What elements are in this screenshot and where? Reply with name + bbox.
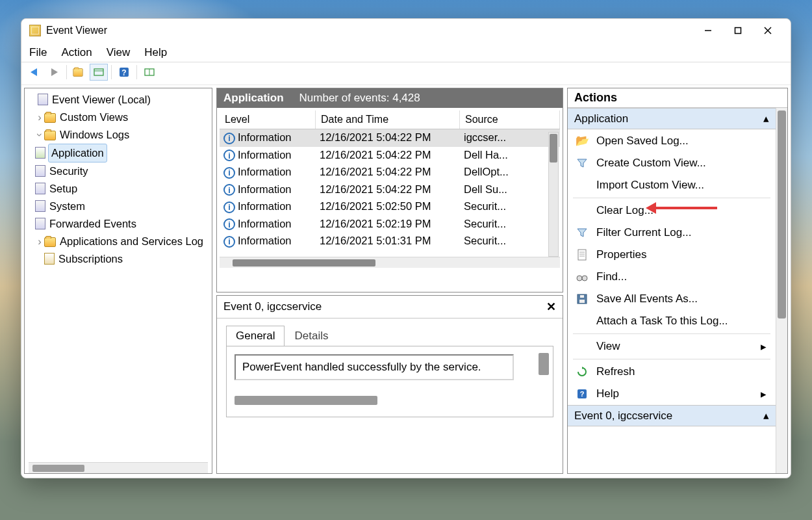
action-label: View — [596, 340, 620, 353]
folder-icon — [44, 131, 56, 140]
action-create-custom-view[interactable]: Create Custom View... — [568, 152, 776, 174]
events-list-panel: Application Number of events: 4,428 Leve… — [216, 88, 563, 292]
info-icon: i — [223, 133, 235, 144]
action-find[interactable]: Find... — [568, 266, 776, 288]
actions-section-event[interactable]: Event 0, igccservice ▴ — [568, 405, 776, 426]
action-view-submenu[interactable]: View▸ — [568, 335, 776, 358]
cell-level: iInformation — [220, 216, 316, 233]
tree-custom-views[interactable]: Custom Views — [58, 109, 129, 126]
close-detail-button[interactable]: ✕ — [546, 300, 556, 314]
menu-view[interactable]: View — [107, 46, 131, 59]
list-h-scrollbar[interactable] — [220, 257, 560, 268]
minimize-button[interactable] — [693, 19, 723, 42]
tree-apps-services[interactable]: Applications and Services Log — [58, 233, 205, 250]
maximize-button[interactable] — [723, 19, 753, 42]
properties-pane-button[interactable] — [90, 64, 108, 81]
action-label: Open Saved Log... — [596, 135, 689, 148]
help-icon: ? — [576, 389, 589, 399]
cell-level: iInformation — [220, 129, 316, 146]
up-button[interactable] — [70, 64, 88, 81]
action-import-custom-view[interactable]: Import Custom View... — [568, 174, 776, 196]
action-label: Refresh — [596, 365, 635, 378]
cell-datetime: 12/16/2021 5:04:22 PM — [316, 181, 460, 198]
menu-file[interactable]: File — [29, 46, 47, 59]
save-icon — [576, 294, 589, 304]
action-save-all[interactable]: Save All Events As... — [568, 288, 776, 310]
col-level[interactable]: Level — [220, 110, 316, 129]
event-row[interactable]: iInformation12/16/2021 5:04:22 PMDellOpt… — [220, 164, 560, 181]
list-v-scrollbar[interactable] — [548, 132, 559, 257]
log-icon — [35, 183, 45, 194]
log-icon — [35, 200, 45, 212]
column-headers: Level Date and Time Source — [220, 110, 560, 129]
tab-general[interactable]: General — [226, 326, 285, 346]
action-label: Find... — [596, 270, 627, 283]
cell-source: Dell Su... — [460, 181, 560, 198]
event-row[interactable]: iInformation12/16/2021 5:04:22 PMigccser… — [220, 129, 560, 147]
actions-v-scrollbar[interactable] — [776, 108, 787, 473]
help-button[interactable]: ? — [115, 64, 133, 81]
expand-icon[interactable]: › — [35, 109, 44, 126]
tree-application[interactable]: Application — [48, 144, 107, 162]
menu-help[interactable]: Help — [144, 46, 167, 59]
event-row[interactable]: iInformation12/16/2021 5:01:31 PMSecurit… — [220, 233, 560, 250]
col-datetime[interactable]: Date and Time — [316, 110, 460, 129]
tree-security[interactable]: Security — [48, 162, 90, 180]
action-label: Clear Log... — [596, 204, 653, 217]
list-title: Application — [223, 92, 284, 105]
cell-source: igccser... — [460, 129, 560, 146]
tree-windows-logs[interactable]: Windows Logs — [58, 126, 131, 144]
info-icon: i — [223, 236, 235, 248]
svg-rect-10 — [578, 250, 586, 260]
detail-h-scrollbar[interactable] — [235, 396, 377, 405]
chevron-right-icon: ▸ — [761, 340, 767, 354]
action-properties[interactable]: Properties — [568, 244, 776, 266]
actions-section-application[interactable]: Application ▴ — [568, 108, 776, 129]
info-icon: i — [223, 202, 235, 213]
action-attach-task[interactable]: Attach a Task To this Log... — [568, 310, 776, 332]
col-source[interactable]: Source — [460, 110, 560, 129]
event-row[interactable]: iInformation12/16/2021 5:02:19 PMSecurit… — [220, 216, 560, 233]
action-label: Save All Events As... — [596, 292, 698, 306]
eventviewer-icon — [38, 94, 48, 105]
tree-system[interactable]: System — [48, 198, 86, 215]
svg-rect-18 — [580, 295, 584, 298]
properties-icon — [576, 249, 589, 261]
event-row[interactable]: iInformation12/16/2021 5:02:50 PMSecurit… — [220, 198, 560, 216]
menu-action[interactable]: Action — [61, 46, 92, 59]
detail-v-scrollbar[interactable] — [539, 353, 549, 375]
folder-icon — [44, 237, 56, 247]
navigation-tree: Event Viewer (Local) ›Custom Views ›Wind… — [24, 88, 212, 474]
event-count: Number of events: 4,428 — [299, 92, 420, 105]
forward-button[interactable] — [45, 64, 63, 81]
tab-details[interactable]: Details — [285, 326, 338, 346]
cell-source: Securit... — [460, 216, 560, 232]
action-clear-log[interactable]: Clear Log... — [568, 200, 776, 222]
svg-rect-1 — [735, 28, 741, 34]
action-filter-log[interactable]: Filter Current Log... — [568, 222, 776, 244]
back-button[interactable] — [25, 64, 44, 81]
close-button[interactable] — [753, 19, 783, 42]
log-icon — [35, 147, 45, 159]
titlebar: Event Viewer — [21, 19, 791, 42]
tree-subscriptions[interactable]: Subscriptions — [57, 250, 124, 268]
event-row[interactable]: iInformation12/16/2021 5:04:22 PMDell Ha… — [220, 147, 560, 164]
tree-setup[interactable]: Setup — [48, 180, 79, 198]
tree-h-scrollbar[interactable] — [29, 462, 208, 473]
chevron-right-icon: ▸ — [761, 387, 767, 401]
detail-title: Event 0, igccservice — [223, 300, 322, 313]
log-icon — [35, 218, 45, 229]
event-row[interactable]: iInformation12/16/2021 5:04:22 PMDell Su… — [220, 181, 560, 199]
preview-pane-button[interactable] — [140, 64, 159, 81]
expand-icon[interactable]: › — [35, 233, 44, 250]
tree-forwarded[interactable]: Forwarded Events — [48, 215, 138, 233]
action-help-submenu[interactable]: ?Help▸ — [568, 383, 776, 405]
action-refresh[interactable]: Refresh — [568, 361, 776, 383]
refresh-icon — [576, 367, 589, 377]
cell-level: iInformation — [220, 233, 316, 250]
info-icon: i — [223, 167, 235, 179]
svg-point-14 — [577, 276, 582, 281]
action-open-saved-log[interactable]: 📂Open Saved Log... — [568, 129, 776, 152]
funnel-icon — [576, 157, 589, 169]
tree-root[interactable]: Event Viewer (Local) — [51, 91, 152, 109]
